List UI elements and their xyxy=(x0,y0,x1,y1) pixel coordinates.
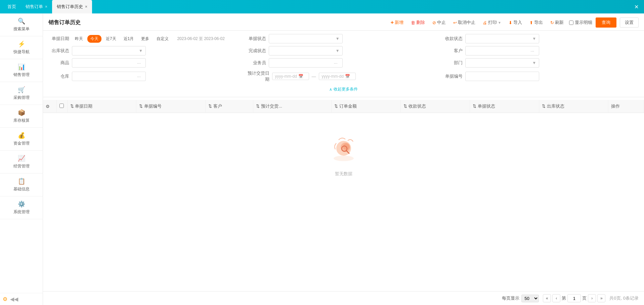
display-detail-checkbox[interactable] xyxy=(569,21,573,25)
page-title: 销售订单历史 xyxy=(48,19,81,26)
th-amount[interactable]: ⇅ 订单金额 xyxy=(332,100,401,113)
complete-status-select[interactable]: ▼ xyxy=(269,46,343,55)
sales-icon: 📊 xyxy=(18,63,25,71)
bill-status-select[interactable]: ▼ xyxy=(269,34,343,43)
sidebar-item-operations-label: 经营管理 xyxy=(13,163,30,169)
th-number[interactable]: ⇅ 单据编号 xyxy=(136,100,206,113)
tab-sales-order-close[interactable]: × xyxy=(45,4,47,9)
sidebar-item-inventory[interactable]: 📦 库存核算 xyxy=(0,105,43,128)
settings-button[interactable]: 设置 xyxy=(620,17,639,28)
th-out-status[interactable]: ⇅ 出库状态 xyxy=(539,100,608,113)
date-btn-custom[interactable]: 自定义 xyxy=(154,35,172,43)
sidebar-item-sales-label: 销售管理 xyxy=(13,72,30,78)
salesperson-select[interactable]: ··· xyxy=(269,58,343,68)
page-unit: 页 xyxy=(582,295,587,301)
select-all-checkbox[interactable] xyxy=(59,104,64,108)
stop-button[interactable]: ⊘ 中止 xyxy=(430,18,448,27)
date-btn-yesterday[interactable]: 昨天 xyxy=(72,35,86,43)
date-dash: — xyxy=(310,74,317,79)
refresh-button[interactable]: ↻ 刷新 xyxy=(548,18,566,27)
department-select[interactable]: ▼ xyxy=(465,58,539,68)
display-detail-check[interactable]: 显示明细 xyxy=(569,20,592,26)
table-footer: 每页显示 10 20 50 100 « ‹ 第 页 › » xyxy=(43,291,644,305)
main-layout: 🔍 搜索菜单 ⚡ 快捷导航 📊 销售管理 🛒 采购管理 📦 库存核算 💰 资金管… xyxy=(0,13,644,305)
warehouse-label: 仓库 xyxy=(48,73,72,79)
tab-sales-order-history[interactable]: 销售订单历史 × xyxy=(52,0,92,13)
date-btn-today[interactable]: 今天 xyxy=(87,35,101,43)
search-menu-icon: 🔍 xyxy=(18,17,25,25)
sidebar-settings-btn[interactable]: ⚙ xyxy=(3,296,7,302)
payment-status-select[interactable]: ▼ xyxy=(465,34,539,43)
customer-label: 客户 xyxy=(442,48,465,54)
sidebar-item-operations[interactable]: 📈 经营管理 xyxy=(0,151,43,174)
th-date[interactable]: ⇅ 单据日期 xyxy=(67,100,136,113)
th-bill-status[interactable]: ⇅ 单据状态 xyxy=(470,100,539,113)
customer-select[interactable]: ··· xyxy=(465,46,539,55)
quick-nav-icon: ⚡ xyxy=(18,40,25,48)
delivery-date-inputs: yyyy-mm-dd 📅 — yyyy-mm-dd 📅 xyxy=(272,73,356,80)
stop-icon: ⊘ xyxy=(432,20,436,25)
new-button[interactable]: + 新增 xyxy=(389,18,405,27)
display-detail-label: 显示明细 xyxy=(575,20,592,26)
filter-section-bill-number: 单据编号 xyxy=(442,72,639,81)
tab-sales-order-history-close[interactable]: × xyxy=(85,4,87,9)
date-btn-more[interactable]: 更多 xyxy=(138,35,152,43)
print-arrow-icon: ▼ xyxy=(498,21,501,25)
collapse-button[interactable]: ∧ 收起更多条件 xyxy=(48,85,639,93)
query-button[interactable]: 查询 xyxy=(596,17,616,28)
filter-section-complete-status: 完成状态 ▼ xyxy=(245,46,442,55)
sidebar-item-quick-nav[interactable]: ⚡ 快捷导航 xyxy=(0,36,43,59)
filter-section-goods: 商品 ··· xyxy=(48,58,245,68)
delivery-date-label: 预计交货日期 xyxy=(245,70,272,82)
current-page-input[interactable] xyxy=(567,294,581,302)
tab-home[interactable]: 查询 首页 xyxy=(3,0,21,13)
tab-sales-order[interactable]: 销售订单 × xyxy=(21,0,52,13)
sidebar: 🔍 搜索菜单 ⚡ 快捷导航 📊 销售管理 🛒 采购管理 📦 库存核算 💰 资金管… xyxy=(0,13,43,305)
next-page-btn[interactable]: › xyxy=(588,294,596,302)
print-button[interactable]: 🖨 打印 ▼ xyxy=(481,18,503,27)
th-payment-status[interactable]: ⇅ 收款状态 xyxy=(401,100,470,113)
sidebar-bottom: ⚙ ◀◀ xyxy=(0,293,43,305)
sidebar-item-capital[interactable]: 💰 资金管理 xyxy=(0,128,43,151)
salesperson-dots[interactable]: ··· xyxy=(332,61,340,66)
th-settings[interactable]: ⚙ xyxy=(43,100,56,113)
bill-number-input[interactable] xyxy=(465,72,539,81)
cancel-stop-button[interactable]: ↩ 取消中止 xyxy=(451,18,477,27)
sidebar-item-purchase[interactable]: 🛒 采购管理 xyxy=(0,82,43,105)
last-page-btn[interactable]: » xyxy=(597,294,605,302)
delete-icon: 🗑 xyxy=(411,20,415,25)
export-button[interactable]: ⬆ 导出 xyxy=(527,18,545,27)
date-btn-1month[interactable]: 近1月 xyxy=(121,35,137,43)
th-check[interactable] xyxy=(56,100,67,113)
out-status-select[interactable]: ▼ xyxy=(72,46,146,55)
first-page-btn[interactable]: « xyxy=(543,294,551,302)
goods-select[interactable]: ··· xyxy=(72,58,146,68)
sidebar-item-basic-info[interactable]: 📋 基础信息 xyxy=(0,174,43,196)
date-btn-7days[interactable]: 近7天 xyxy=(103,35,119,43)
warehouse-dots[interactable]: ··· xyxy=(135,74,143,79)
basic-info-icon: 📋 xyxy=(18,178,25,185)
customer-dots[interactable]: ··· xyxy=(528,48,536,53)
warehouse-select[interactable]: ··· xyxy=(72,72,146,81)
goods-dots[interactable]: ··· xyxy=(135,61,143,66)
prev-page-btn[interactable]: ‹ xyxy=(552,294,560,302)
delete-button[interactable]: 🗑 删除 xyxy=(409,18,427,27)
complete-status-arrow-icon: ▼ xyxy=(336,48,340,53)
delivery-date-from[interactable]: yyyy-mm-dd 📅 xyxy=(272,73,309,80)
page-size-select[interactable]: 10 20 50 100 xyxy=(521,295,539,302)
sidebar-item-search[interactable]: 🔍 搜索菜单 xyxy=(0,13,43,36)
top-bar: 查询 首页 销售订单 × 销售订单历史 × ✕ xyxy=(0,0,644,13)
import-button[interactable]: ⬇ 导入 xyxy=(507,18,524,27)
collapse-text: 收起更多条件 xyxy=(334,86,358,92)
payment-status-arrow-icon: ▼ xyxy=(532,36,536,41)
sidebar-item-system[interactable]: ⚙️ 系统管理 xyxy=(0,196,43,219)
th-customer[interactable]: ⇅ 客户 xyxy=(206,100,253,113)
window-close-btn[interactable]: ✕ xyxy=(634,4,639,10)
th-delivery-date[interactable]: ⇅ 预计交货... xyxy=(253,100,332,113)
data-table: ⚙ ⇅ 单据日期 ⇅ 单据编号 ⇅ 客户 xyxy=(43,100,644,113)
sidebar-collapse-btn[interactable]: ◀◀ xyxy=(10,296,18,302)
salesperson-label: 业务员 xyxy=(245,60,269,66)
sidebar-item-sales[interactable]: 📊 销售管理 xyxy=(0,59,43,82)
delivery-date-to[interactable]: yyyy-mm-dd 📅 xyxy=(319,73,356,80)
export-label: 导出 xyxy=(534,20,543,26)
